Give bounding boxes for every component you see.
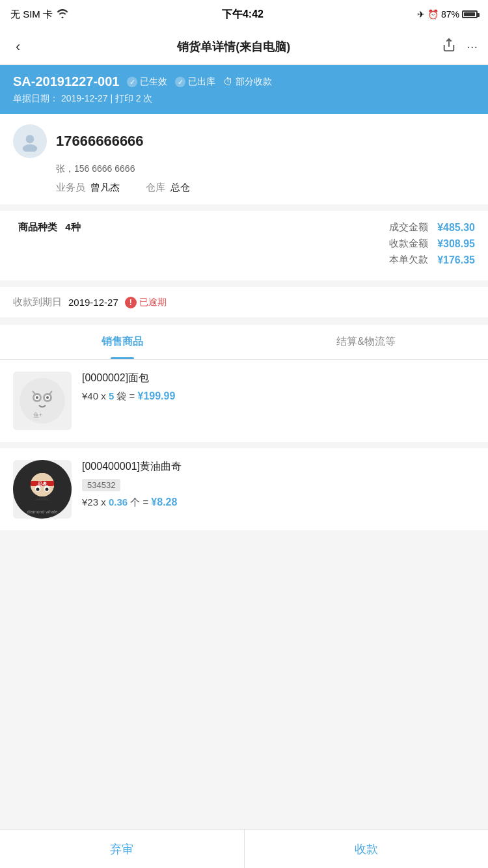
overdue-dot-icon: ! xyxy=(125,297,137,308)
product-price-1: ¥40 x 5 袋 = ¥199.99 xyxy=(82,390,475,403)
deal-amount-label: 成交金额 xyxy=(389,221,428,234)
due-date-value: 2019-12-27 xyxy=(68,297,118,308)
product-thumbnail-1: 鱼+ xyxy=(13,372,72,430)
tabs-section: 销售商品 结算&物流等 xyxy=(0,325,488,360)
nav-actions: ··· xyxy=(442,38,478,55)
page-title: 销货单详情(来自电脑) xyxy=(177,39,290,55)
list-item: 鱼+ [0000002]面包 ¥40 x 5 袋 = ¥199.99 xyxy=(0,360,488,442)
customer-name: 张，156 6666 6666 xyxy=(56,163,475,175)
product-info-2: [000400001]黄油曲奇 534532 ¥23 x 0.36 个 = ¥8… xyxy=(82,460,475,509)
status-left: 无 SIM 卡 xyxy=(10,8,68,21)
received-amount-value: ¥308.95 xyxy=(437,238,475,250)
tab-products[interactable]: 销售商品 xyxy=(0,325,244,359)
deal-amount-row: 成交金额 ¥485.30 xyxy=(389,221,475,234)
svg-point-2 xyxy=(23,144,37,152)
received-amount-label: 收款金额 xyxy=(389,237,428,250)
sales-person-label: 业务员 xyxy=(56,182,85,194)
product-qty-2: 0.36 xyxy=(109,496,128,508)
customer-section: 17666666666 张，156 6666 6666 业务员 曾凡杰 仓库 总… xyxy=(0,114,488,204)
product-thumbnail-2: 忍者 diamond whale xyxy=(13,460,72,519)
status-right: ✈ ⏰ 87% xyxy=(417,9,478,20)
svg-text:diamond whale: diamond whale xyxy=(27,509,57,514)
product-info-1: [0000002]面包 ¥40 x 5 袋 = ¥199.99 xyxy=(82,372,475,403)
due-date-label: 收款到期日 xyxy=(13,296,62,308)
cancel-button[interactable]: 弃审 xyxy=(0,830,245,868)
customer-top: 17666666666 xyxy=(13,124,475,158)
product-qty-1: 5 xyxy=(109,390,114,401)
svg-point-9 xyxy=(46,396,49,399)
owed-amount-value: ¥176.35 xyxy=(437,254,475,266)
order-banner: SA-20191227-001 ✓ 已生效 ✓ 已出库 ⏱ 部分收款 单据日期：… xyxy=(0,65,488,114)
order-date: 单据日期： 2019-12-27 | 打印 2 次 xyxy=(13,93,475,105)
svg-point-18 xyxy=(36,488,40,491)
badge-partial-payment: ⏱ 部分收款 xyxy=(223,76,272,88)
stat-left: 商品种类 4种 xyxy=(13,221,81,236)
svg-point-1 xyxy=(26,135,34,143)
warehouse-label: 仓库 xyxy=(146,182,165,194)
clock-icon: ⏱ xyxy=(223,76,233,87)
warehouse-value: 总仓 xyxy=(170,182,190,194)
customer-meta: 业务员 曾凡杰 仓库 总仓 xyxy=(56,182,475,194)
stats-section: 商品种类 4种 成交金额 ¥485.30 收款金额 ¥308.95 本单欠款 ¥… xyxy=(0,211,488,280)
check-icon-1: ✓ xyxy=(127,77,137,87)
list-item: 忍者 diamond whale [000400001]黄油曲奇 534532 … xyxy=(0,448,488,530)
owed-amount-row: 本单欠款 ¥176.35 xyxy=(389,254,475,266)
warehouse: 仓库 总仓 xyxy=(146,182,190,194)
product-types: 商品种类 4种 xyxy=(13,221,81,234)
deal-amount-value: ¥485.30 xyxy=(437,222,475,234)
product-total-1: ¥199.99 xyxy=(138,390,176,401)
customer-id: 17666666666 xyxy=(56,133,144,150)
back-button[interactable]: ‹ xyxy=(10,33,25,61)
order-id: SA-20191227-001 xyxy=(13,74,119,89)
sales-person: 业务员 曾凡杰 xyxy=(56,182,120,194)
alarm-icon: ⏰ xyxy=(427,9,439,20)
status-time: 下午4:42 xyxy=(222,8,264,21)
more-icon[interactable]: ··· xyxy=(467,39,478,54)
tab-settlement[interactable]: 结算&物流等 xyxy=(244,325,488,359)
product-name-1: [0000002]面包 xyxy=(82,372,475,385)
battery-icon xyxy=(462,10,478,18)
product-total-2: ¥8.28 xyxy=(151,496,177,508)
wifi-icon xyxy=(57,9,68,20)
products-section: 鱼+ [0000002]面包 ¥40 x 5 袋 = ¥199.99 xyxy=(0,360,488,530)
svg-point-19 xyxy=(46,488,49,491)
nav-bar: ‹ 销货单详情(来自电脑) ··· xyxy=(0,29,488,65)
battery-percentage: 87% xyxy=(441,9,459,20)
owed-amount-label: 本单欠款 xyxy=(389,254,428,266)
product-price-2: ¥23 x 0.36 个 = ¥8.28 xyxy=(82,496,475,509)
product-name-2: [000400001]黄油曲奇 xyxy=(82,460,475,474)
status-bar: 无 SIM 卡 下午4:42 ✈ ⏰ 87% xyxy=(0,0,488,29)
stat-right: 成交金额 ¥485.30 收款金额 ¥308.95 本单欠款 ¥176.35 xyxy=(389,221,475,270)
received-amount-row: 收款金额 ¥308.95 xyxy=(389,237,475,250)
share-icon[interactable] xyxy=(442,38,456,55)
bottom-bar: 弃审 收款 xyxy=(0,829,488,868)
overdue-badge: ! 已逾期 xyxy=(125,297,167,308)
location-icon: ✈ xyxy=(417,9,425,20)
svg-point-8 xyxy=(36,396,38,399)
badge-effective: ✓ 已生效 xyxy=(127,76,167,88)
overdue-label: 已逾期 xyxy=(139,297,167,308)
svg-text:鱼+: 鱼+ xyxy=(33,412,42,418)
carrier-text: 无 SIM 卡 xyxy=(10,8,53,21)
check-icon-2: ✓ xyxy=(175,77,185,87)
due-section: 收款到期日 2019-12-27 ! 已逾期 xyxy=(0,287,488,318)
confirm-button[interactable]: 收款 xyxy=(245,830,489,868)
sales-person-value: 曾凡杰 xyxy=(90,182,120,194)
product-batch-2: 534532 xyxy=(82,479,120,491)
svg-text:忍者: 忍者 xyxy=(37,481,47,486)
avatar xyxy=(13,124,47,158)
badge-shipped: ✓ 已出库 xyxy=(175,76,215,88)
